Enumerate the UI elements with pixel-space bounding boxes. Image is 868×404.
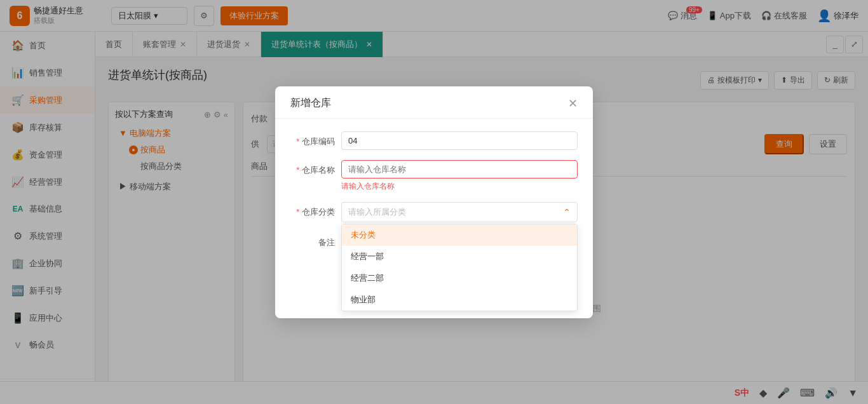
modal-title: 新增仓库 <box>290 97 331 110</box>
code-label: 仓库编码 <box>290 131 335 147</box>
modal-close-button[interactable]: ✕ <box>568 97 578 111</box>
name-field: 请输入仓库名称 <box>341 160 578 192</box>
name-input[interactable] <box>341 160 578 178</box>
code-field <box>341 131 578 150</box>
dropdown-item-dept3[interactable]: 物业部 <box>342 289 577 311</box>
dropdown-item-dept1[interactable]: 经营一部 <box>342 246 577 267</box>
form-row-name: 仓库名称 请输入仓库名称 <box>290 160 578 192</box>
form-row-code: 仓库编码 <box>290 131 578 150</box>
modal-body: 仓库编码 仓库名称 请输入仓库名称 仓库分类 请输入所属分类 <box>275 119 593 273</box>
form-row-category: 仓库分类 请输入所属分类 ⌃ 未分类 经营一部 <box>290 202 578 222</box>
arrow-up-icon: ⌃ <box>563 207 571 217</box>
new-warehouse-modal: 新增仓库 ✕ 仓库编码 仓库名称 请输入仓库名称 仓库分类 <box>275 86 593 318</box>
name-error-msg: 请输入仓库名称 <box>341 181 578 192</box>
code-input[interactable] <box>341 131 578 150</box>
dropdown-item-dept2[interactable]: 经营二部 <box>342 267 577 289</box>
category-placeholder: 请输入所属分类 <box>348 206 406 218</box>
category-field: 请输入所属分类 ⌃ 未分类 经营一部 经营二部 <box>341 202 578 222</box>
note-label: 备注 <box>290 232 335 248</box>
dropdown-item-uncategorized[interactable]: 未分类 <box>342 224 577 246</box>
category-label: 仓库分类 <box>290 202 335 218</box>
name-label: 仓库名称 <box>290 160 335 176</box>
modal-header: 新增仓库 ✕ <box>275 86 593 119</box>
category-dropdown: 未分类 经营一部 经营二部 物业部 <box>341 224 578 311</box>
category-select[interactable]: 请输入所属分类 ⌃ <box>341 202 578 222</box>
modal-overlay[interactable]: 新增仓库 ✕ 仓库编码 仓库名称 请输入仓库名称 仓库分类 <box>0 0 868 404</box>
